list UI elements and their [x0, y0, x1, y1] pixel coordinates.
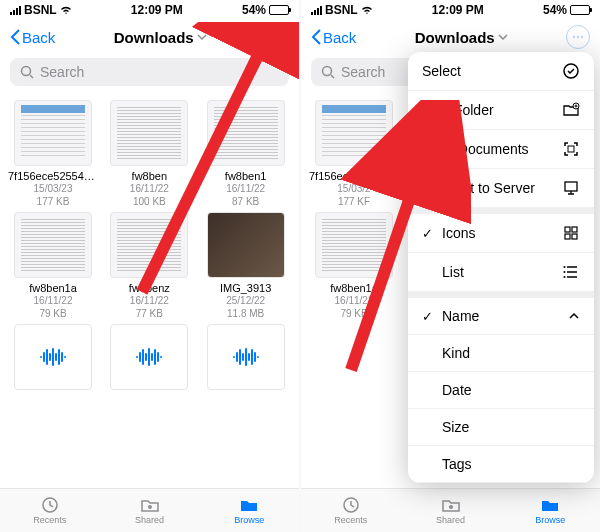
tab-recents[interactable]: Recents — [301, 489, 401, 532]
screen-right: BSNL 12:09 PM 54% Back Downloads ⋯ Searc… — [301, 0, 600, 532]
scan-icon — [562, 140, 580, 158]
file-thumbnail — [315, 212, 393, 278]
menu-view-icons[interactable]: ✓Icons — [408, 208, 594, 253]
page-title[interactable]: Downloads — [415, 29, 508, 46]
svg-point-5 — [449, 505, 453, 509]
signal-icon — [311, 6, 322, 15]
tab-bar: Recents Shared Browse — [0, 488, 299, 532]
battery-pct: 54% — [242, 3, 266, 17]
file-item[interactable]: fw8ben116/11/2287 KB — [199, 100, 293, 208]
file-thumbnail — [207, 324, 285, 390]
grid-icon — [562, 224, 580, 242]
menu-select[interactable]: Select — [408, 52, 594, 91]
file-item[interactable]: 7f156ece52554a5...739715/03/23177 KB — [6, 100, 100, 208]
back-button[interactable]: Back — [10, 29, 55, 46]
file-thumbnail — [207, 100, 285, 166]
file-item[interactable]: fw8ben1a16/11/2279 KB — [6, 212, 100, 320]
carrier-label: BSNL — [24, 3, 57, 17]
back-label: Back — [22, 29, 55, 46]
svg-rect-10 — [565, 227, 570, 232]
back-label: Back — [323, 29, 356, 46]
tab-browse[interactable]: Browse — [500, 489, 600, 532]
menu-sort-name[interactable]: ✓Name — [408, 292, 594, 335]
screen-left: BSNL 12:09 PM 54% Back Downloads ⋯ Searc… — [0, 0, 299, 532]
svg-rect-9 — [565, 182, 577, 191]
file-thumbnail — [110, 324, 188, 390]
file-thumbnail — [315, 100, 393, 166]
menu-sort-kind[interactable]: Kind — [408, 335, 594, 372]
file-item[interactable] — [102, 324, 196, 394]
signal-icon — [10, 6, 21, 15]
new-folder-icon — [562, 101, 580, 119]
tab-shared[interactable]: Shared — [401, 489, 501, 532]
search-icon — [20, 65, 34, 79]
folder-icon — [239, 496, 259, 514]
file-thumbnail — [110, 100, 188, 166]
svg-point-3 — [323, 67, 332, 76]
clock-icon — [40, 496, 60, 514]
shared-folder-icon — [441, 496, 461, 514]
svg-rect-8 — [568, 146, 574, 152]
file-item[interactable]: fw8ben1a16/11/2279 KB — [307, 212, 401, 320]
battery-icon — [570, 5, 590, 15]
more-button[interactable]: ⋯ — [265, 25, 289, 49]
menu-scan-documents[interactable]: Scan Documents — [408, 130, 594, 169]
carrier-label: BSNL — [325, 3, 358, 17]
menu-view-list[interactable]: List — [408, 253, 594, 292]
chevron-up-icon — [568, 310, 580, 322]
status-time: 12:09 PM — [131, 3, 183, 17]
chevron-down-icon — [498, 33, 508, 41]
svg-point-14 — [564, 266, 566, 268]
select-icon — [562, 62, 580, 80]
chevron-left-icon — [311, 29, 321, 45]
chevron-left-icon — [10, 29, 20, 45]
menu-new-folder[interactable]: New Folder — [408, 91, 594, 130]
menu-sort-size[interactable]: Size — [408, 409, 594, 446]
battery-pct: 54% — [543, 3, 567, 17]
folder-icon — [540, 496, 560, 514]
status-time: 12:09 PM — [432, 3, 484, 17]
file-thumbnail — [207, 212, 285, 278]
status-bar: BSNL 12:09 PM 54% — [0, 0, 299, 20]
menu-connect-server[interactable]: Connect to Server — [408, 169, 594, 208]
file-thumbnail — [14, 100, 92, 166]
back-button[interactable]: Back — [311, 29, 356, 46]
tab-recents[interactable]: Recents — [0, 489, 100, 532]
svg-rect-13 — [572, 234, 577, 239]
tab-browse[interactable]: Browse — [199, 489, 299, 532]
tab-shared[interactable]: Shared — [100, 489, 200, 532]
file-grid: 7f156ece52554a5...739715/03/23177 KB fw8… — [0, 90, 299, 488]
file-item[interactable]: IMG_391325/12/2211.8 MB — [199, 212, 293, 320]
file-thumbnail — [14, 212, 92, 278]
search-icon — [321, 65, 335, 79]
file-item[interactable]: 7f156ece52554a5...739715/03/2177 KF — [307, 100, 401, 208]
search-placeholder: Search — [341, 64, 385, 80]
search-placeholder: Search — [40, 64, 84, 80]
search-input[interactable]: Search — [10, 58, 289, 86]
chevron-down-icon — [197, 33, 207, 41]
svg-rect-11 — [572, 227, 577, 232]
svg-point-15 — [564, 271, 566, 273]
menu-sort-tags[interactable]: Tags — [408, 446, 594, 483]
server-icon — [562, 179, 580, 197]
more-button[interactable]: ⋯ — [566, 25, 590, 49]
file-thumbnail — [110, 212, 188, 278]
more-menu: Select New Folder Scan Documents Connect… — [408, 52, 594, 483]
svg-point-0 — [22, 67, 31, 76]
page-title[interactable]: Downloads — [114, 29, 207, 46]
svg-point-2 — [148, 505, 152, 509]
menu-sort-date[interactable]: Date — [408, 372, 594, 409]
battery-icon — [269, 5, 289, 15]
svg-rect-12 — [565, 234, 570, 239]
file-item[interactable] — [6, 324, 100, 394]
file-item[interactable]: fw8benz16/11/2277 KB — [102, 212, 196, 320]
check-icon: ✓ — [422, 309, 436, 324]
file-item[interactable]: fw8ben16/11/22100 KB — [102, 100, 196, 208]
file-item[interactable] — [199, 324, 293, 394]
status-bar: BSNL 12:09 PM 54% — [301, 0, 600, 20]
nav-bar: Back Downloads ⋯ — [301, 20, 600, 54]
clock-icon — [341, 496, 361, 514]
nav-bar: Back Downloads ⋯ — [0, 20, 299, 54]
shared-folder-icon — [140, 496, 160, 514]
file-thumbnail — [14, 324, 92, 390]
